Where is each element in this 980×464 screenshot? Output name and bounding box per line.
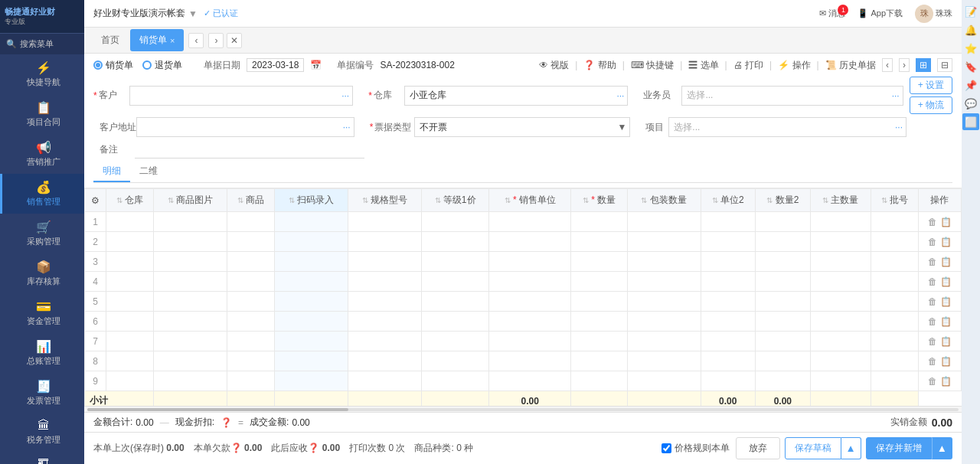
row-delete-icon[interactable]: 🗑 <box>928 257 937 267</box>
salesperson-dots-icon[interactable]: ··· <box>892 90 900 101</box>
table-cell[interactable] <box>810 332 871 351</box>
row-delete-icon[interactable]: 🗑 <box>928 376 937 387</box>
row-copy-icon[interactable]: 📋 <box>940 296 952 307</box>
table-cell[interactable] <box>275 272 348 292</box>
table-cell[interactable] <box>227 371 275 391</box>
table-cell[interactable] <box>701 252 756 272</box>
table-cell[interactable] <box>421 212 488 232</box>
toolbar-help[interactable]: ❓ 帮助 <box>583 59 616 72</box>
right-icon-star[interactable]: ⭐ <box>962 40 979 57</box>
table-cell[interactable] <box>810 292 871 312</box>
save-draft-arrow-button[interactable]: ▲ <box>841 437 861 459</box>
message-button[interactable]: ✉ 消息 1 <box>819 8 845 19</box>
receivable-icon[interactable]: ❓ <box>308 443 319 453</box>
sales-order-radio[interactable]: 销货单 <box>93 59 133 72</box>
table-cell[interactable] <box>348 312 422 332</box>
warehouse-input[interactable]: 小亚仓库 ··· <box>404 86 629 106</box>
table-cell[interactable] <box>154 272 227 292</box>
settings-col-icon[interactable]: ⚙ <box>91 195 100 206</box>
tab-close-icon[interactable]: × <box>170 36 175 45</box>
table-cell[interactable] <box>701 212 756 232</box>
table-cell[interactable] <box>701 312 756 332</box>
table-cell[interactable] <box>701 292 756 312</box>
col-price1[interactable]: ⇅ 等级1价 <box>421 189 488 212</box>
table-cell[interactable] <box>227 272 275 292</box>
address-input[interactable]: ··· <box>136 117 354 137</box>
table-cell[interactable] <box>756 272 811 292</box>
price-rule-checkbox[interactable] <box>662 443 671 453</box>
right-icon-chat[interactable]: 💬 <box>962 95 979 112</box>
customer-dots-icon[interactable]: ··· <box>341 90 349 101</box>
table-cell[interactable] <box>154 351 227 371</box>
table-cell[interactable] <box>348 272 422 292</box>
address-dots-icon[interactable]: ··· <box>343 122 351 132</box>
row-copy-icon[interactable]: 📋 <box>940 217 952 227</box>
table-cell[interactable] <box>810 351 871 371</box>
table-cell[interactable] <box>275 312 348 332</box>
col-spec[interactable]: ⇅ 规格型号 <box>348 189 422 212</box>
setting-button[interactable]: + 设置 <box>910 77 952 94</box>
table-cell[interactable] <box>871 232 918 252</box>
table-cell[interactable] <box>489 312 571 332</box>
table-cell[interactable] <box>701 232 756 252</box>
table-cell[interactable] <box>421 312 488 332</box>
table-cell[interactable] <box>154 252 227 272</box>
table-cell[interactable] <box>275 212 348 232</box>
right-icon-bookmark[interactable]: 🔖 <box>962 58 979 75</box>
table-cell[interactable] <box>701 272 756 292</box>
calendar-icon[interactable]: 📅 <box>310 60 322 70</box>
table-cell[interactable] <box>571 351 627 371</box>
table-cell[interactable] <box>701 351 756 371</box>
table-cell[interactable] <box>421 332 488 351</box>
table-cell[interactable] <box>106 272 154 292</box>
table-cell[interactable] <box>489 332 571 351</box>
table-cell[interactable] <box>627 312 701 332</box>
toolbar-view-grid1[interactable]: ⊞ <box>916 58 931 72</box>
toolbar-shortcuts[interactable]: ⌨ 快捷键 <box>631 59 674 72</box>
table-row[interactable]: 9🗑📋 <box>85 371 962 391</box>
table-cell[interactable] <box>348 212 422 232</box>
search-menu-item[interactable]: 🔍 搜索菜单 <box>0 34 84 54</box>
table-cell[interactable] <box>227 212 275 232</box>
table-cell[interactable] <box>627 371 701 391</box>
table-row[interactable]: 3🗑📋 <box>85 252 962 272</box>
table-cell[interactable] <box>489 212 571 232</box>
table-cell[interactable] <box>154 212 227 232</box>
table-cell[interactable] <box>227 312 275 332</box>
toolbar-nav-next[interactable]: › <box>899 58 910 72</box>
toolbar-select[interactable]: ☰ 选单 <box>688 59 718 72</box>
col-product-img[interactable]: ⇅ 商品图片 <box>154 189 227 212</box>
table-cell[interactable] <box>106 252 154 272</box>
table-cell[interactable] <box>871 252 918 272</box>
sidebar-item-fixed[interactable]: 🏗 固定资产 <box>0 452 84 464</box>
table-cell[interactable] <box>489 232 571 252</box>
table-cell[interactable] <box>348 371 422 391</box>
app-download-button[interactable]: 📱 App下载 <box>858 8 903 19</box>
table-cell[interactable] <box>627 212 701 232</box>
tab-sales-order[interactable]: 销货单 × <box>130 29 184 51</box>
table-cell[interactable] <box>489 292 571 312</box>
tab-next-button[interactable]: › <box>208 33 224 48</box>
table-row[interactable]: 8🗑📋 <box>85 351 962 371</box>
sidebar-item-invoice[interactable]: 🧾 发票管理 <box>0 373 84 413</box>
row-delete-icon[interactable]: 🗑 <box>928 316 937 327</box>
table-cell[interactable] <box>571 272 627 292</box>
table-cell[interactable] <box>627 232 701 252</box>
table-cell[interactable] <box>154 232 227 252</box>
table-cell[interactable] <box>756 351 811 371</box>
table-cell[interactable] <box>106 332 154 351</box>
table-cell[interactable] <box>810 252 871 272</box>
col-settings[interactable]: ⚙ <box>85 189 106 212</box>
table-cell[interactable] <box>348 232 422 252</box>
sidebar-item-quick-nav[interactable]: ⚡ 快捷导航 <box>0 54 84 94</box>
sidebar-item-account[interactable]: 📊 总账管理 <box>0 333 84 373</box>
table-cell[interactable] <box>756 292 811 312</box>
right-icon-active[interactable]: ⬜ <box>962 113 979 130</box>
col-main-qty[interactable]: ⇅ 主数量 <box>810 189 871 212</box>
table-cell[interactable] <box>756 312 811 332</box>
tab-2d[interactable]: 二维 <box>130 162 167 182</box>
toolbar-view[interactable]: 👁 视版 <box>539 59 569 72</box>
table-cell[interactable] <box>756 252 811 272</box>
table-cell[interactable] <box>489 351 571 371</box>
table-cell[interactable] <box>571 232 627 252</box>
